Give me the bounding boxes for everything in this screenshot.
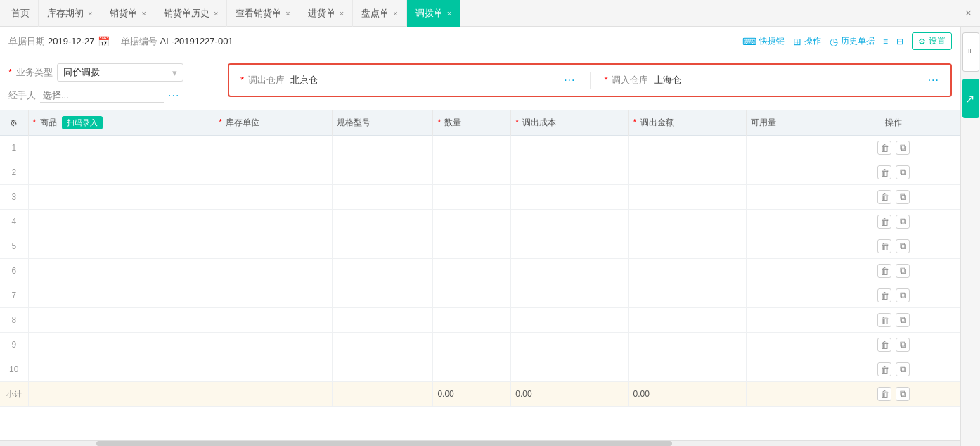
row-amount[interactable] (628, 357, 746, 382)
row-unit[interactable] (214, 283, 332, 308)
row-product[interactable] (28, 234, 214, 259)
tab-transfer-close[interactable]: × (447, 9, 451, 18)
row-unit[interactable] (214, 308, 332, 333)
delete-row-button[interactable]: 🗑 (877, 239, 891, 253)
handler-input[interactable] (40, 89, 164, 103)
tab-purchase-close[interactable]: × (340, 9, 344, 18)
copy-row-button[interactable]: ⧉ (896, 239, 910, 253)
row-qty[interactable] (433, 259, 511, 283)
copy-row-button[interactable]: ⧉ (896, 215, 910, 229)
col-settings[interactable]: ⚙ (0, 110, 28, 136)
tab-home[interactable]: 首页 (6, 0, 39, 27)
row-product[interactable] (28, 357, 214, 382)
layout-toggle-2[interactable]: ⊟ (896, 37, 903, 46)
window-close-button[interactable]: × (965, 7, 972, 20)
copy-row-button[interactable]: ⧉ (896, 264, 910, 278)
row-spec[interactable] (332, 259, 433, 283)
row-cost[interactable] (511, 234, 628, 259)
tab-purchase[interactable]: 进货单 × (299, 0, 353, 27)
calendar-icon[interactable]: 📅 (98, 36, 110, 47)
scan-entry-button[interactable]: 扫码录入 (62, 116, 103, 129)
row-spec[interactable] (332, 210, 433, 234)
copy-row-button[interactable]: ⧉ (896, 313, 910, 327)
row-qty[interactable] (433, 234, 511, 259)
row-product[interactable] (28, 259, 214, 283)
row-cost[interactable] (511, 160, 628, 185)
row-spec[interactable] (332, 283, 433, 308)
tab-sales-order-close[interactable]: × (141, 9, 146, 18)
row-spec[interactable] (332, 160, 433, 185)
row-amount[interactable] (628, 136, 746, 160)
row-qty[interactable] (433, 210, 511, 234)
row-cost[interactable] (511, 210, 628, 234)
row-unit[interactable] (214, 210, 332, 234)
tab-sales-history-close[interactable]: × (214, 9, 218, 18)
row-unit[interactable] (214, 259, 332, 283)
row-spec[interactable] (332, 308, 433, 333)
row-product[interactable] (28, 136, 214, 160)
row-qty[interactable] (433, 185, 511, 210)
row-cost[interactable] (511, 185, 628, 210)
row-spec[interactable] (332, 357, 433, 382)
bottom-scrollbar[interactable] (0, 440, 960, 446)
sidebar-expand-button[interactable]: ↗ (962, 79, 979, 118)
copy-row-button[interactable]: ⧉ (896, 141, 910, 155)
row-product[interactable] (28, 185, 214, 210)
row-qty[interactable] (433, 333, 511, 357)
business-type-select[interactable]: 同价调拨 ▾ (57, 63, 183, 82)
row-qty[interactable] (433, 357, 511, 382)
warehouse-in-more-button[interactable]: ··· (928, 74, 939, 87)
tab-inventory-init-close[interactable]: × (88, 9, 92, 18)
row-qty[interactable] (433, 283, 511, 308)
row-qty[interactable] (433, 160, 511, 185)
row-product[interactable] (28, 333, 214, 357)
tab-sales-history[interactable]: 销货单历史 × (155, 0, 227, 27)
row-product[interactable] (28, 160, 214, 185)
row-qty[interactable] (433, 308, 511, 333)
row-spec[interactable] (332, 333, 433, 357)
row-amount[interactable] (628, 185, 746, 210)
tab-stocktake-close[interactable]: × (393, 9, 397, 18)
copy-row-button[interactable]: ⧉ (896, 362, 910, 376)
delete-row-button[interactable]: 🗑 (877, 313, 891, 327)
row-cost[interactable] (511, 283, 628, 308)
copy-row-button[interactable]: ⧉ (896, 338, 910, 352)
row-unit[interactable] (214, 185, 332, 210)
row-cost[interactable] (511, 308, 628, 333)
row-cost[interactable] (511, 136, 628, 160)
row-cost[interactable] (511, 357, 628, 382)
row-spec[interactable] (332, 136, 433, 160)
row-product[interactable] (28, 308, 214, 333)
sidebar-notes-button[interactable]: ≡ (962, 32, 979, 72)
delete-row-button[interactable]: 🗑 (877, 362, 891, 376)
tab-view-sales[interactable]: 查看销货单 × (227, 0, 299, 27)
row-cost[interactable] (511, 333, 628, 357)
copy-row-button[interactable]: ⧉ (896, 165, 910, 179)
row-unit[interactable] (214, 333, 332, 357)
row-cost[interactable] (511, 259, 628, 283)
copy-row-button[interactable]: ⧉ (896, 288, 910, 302)
row-amount[interactable] (628, 160, 746, 185)
delete-row-button[interactable]: 🗑 (877, 215, 891, 229)
row-amount[interactable] (628, 283, 746, 308)
layout-toggle-1[interactable]: ≡ (883, 37, 888, 46)
operations-button[interactable]: ⊞ 操作 (793, 35, 821, 47)
row-product[interactable] (28, 210, 214, 234)
row-unit[interactable] (214, 160, 332, 185)
subtotal-delete-button[interactable]: 🗑 (877, 387, 891, 401)
row-unit[interactable] (214, 136, 332, 160)
row-amount[interactable] (628, 308, 746, 333)
row-spec[interactable] (332, 185, 433, 210)
delete-row-button[interactable]: 🗑 (877, 338, 891, 352)
tab-inventory-init[interactable]: 库存期初 × (39, 0, 101, 27)
row-product[interactable] (28, 283, 214, 308)
tab-view-sales-close[interactable]: × (285, 9, 290, 18)
subtotal-copy-button[interactable]: ⧉ (896, 387, 910, 401)
warehouse-out-more-button[interactable]: ··· (564, 74, 575, 87)
delete-row-button[interactable]: 🗑 (877, 141, 891, 155)
row-unit[interactable] (214, 234, 332, 259)
settings-button[interactable]: ⚙ 设置 (912, 32, 952, 50)
shortcuts-button[interactable]: ⌨ 快捷键 (742, 35, 785, 47)
delete-row-button[interactable]: 🗑 (877, 288, 891, 302)
row-amount[interactable] (628, 234, 746, 259)
